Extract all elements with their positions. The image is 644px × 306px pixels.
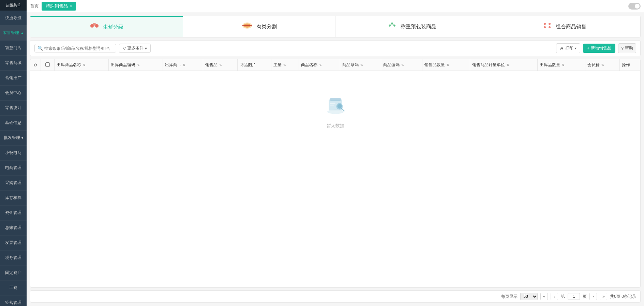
sidebar-item-label: 会员中心 — [5, 90, 21, 96]
fresh-grade-icon — [89, 21, 100, 32]
sidebar-item-ecomm-mgmt[interactable]: 电商管理 — [0, 160, 27, 175]
sort-icon: ⇅ — [360, 63, 363, 67]
sidebar-item-retail-mall[interactable]: 零售商城 — [0, 56, 27, 71]
toggle-button[interactable] — [628, 3, 641, 10]
sidebar-item-quick-nav[interactable]: 快捷导航 — [0, 11, 27, 26]
table-wrapper: ⚙ 出库商品名称 ⇅ 出库商品编码 ⇅ — [30, 59, 641, 288]
col-label: 会员价 — [587, 62, 600, 67]
search-input[interactable] — [44, 46, 113, 51]
sidebar-item-wholesale-mgmt[interactable]: 批发管理 ▾ — [0, 131, 27, 146]
chevron-icon: ▾ — [21, 136, 23, 140]
sidebar-item-invoice-mgmt[interactable]: 发票管理 — [0, 235, 27, 250]
sidebar-item-mini-ecomm[interactable]: 小畅电商 — [0, 146, 27, 160]
svg-point-19 — [337, 104, 342, 109]
sidebar-item-tax-mgmt[interactable]: 税务管理 — [0, 250, 27, 265]
sidebar-item-general-ledger[interactable]: 总账管理 — [0, 220, 27, 235]
empty-text: 暂无数据 — [327, 123, 344, 129]
print-icon: 🖨 — [560, 46, 564, 51]
last-page-button[interactable]: » — [600, 293, 607, 300]
sidebar-item-label: 零售统计 — [5, 105, 21, 111]
svg-point-12 — [549, 23, 551, 25]
col-goods-name[interactable]: 商品名称 ⇅ — [299, 59, 340, 71]
home-breadcrumb[interactable]: 首页 — [30, 3, 39, 9]
empty-state: 暂无数据 — [30, 71, 640, 149]
col-goods-image[interactable]: 商品图片 — [237, 59, 271, 71]
sidebar-item-label: 零售管理 — [3, 30, 19, 36]
first-page-button[interactable]: « — [540, 293, 548, 300]
close-tab-icon[interactable]: × — [70, 4, 72, 8]
select-all-checkbox[interactable] — [45, 62, 50, 67]
sort-icon: ⇅ — [601, 63, 604, 67]
sort-icon: ⇅ — [562, 63, 565, 67]
sidebar-item-label: 基础信息 — [5, 120, 21, 126]
per-page-select[interactable]: 50 10 20 100 — [520, 293, 538, 300]
col-main-qty[interactable]: 主量 ⇅ — [271, 59, 299, 71]
sidebar-item-label: 经营管理 — [5, 300, 21, 306]
svg-rect-22 — [330, 105, 334, 105]
col-out-goods-spec[interactable]: 出库商... ⇅ — [163, 59, 203, 71]
help-button[interactable]: ? 帮助 — [618, 43, 636, 53]
filter-button[interactable]: ▽ 更多条件 ▾ — [119, 44, 151, 53]
tab-combo-sale-label: 组合商品销售 — [556, 24, 586, 30]
sort-icon: ⇅ — [401, 63, 404, 67]
sort-icon: ⇅ — [83, 63, 86, 67]
prev-page-button[interactable]: ‹ — [551, 293, 558, 300]
print-button[interactable]: 🖨 打印 ▾ — [556, 43, 580, 53]
col-operation: 操作 — [619, 59, 640, 71]
sidebar-item-retail-mgmt[interactable]: 零售管理 ▲ — [0, 26, 27, 41]
tab-weigh-pack[interactable]: 称重预包装商品 — [335, 16, 488, 37]
sidebar-item-label: 税务管理 — [5, 255, 21, 261]
col-label: 商品图片 — [240, 62, 256, 67]
tab-combo-sale[interactable]: 组合商品销售 — [488, 16, 641, 37]
col-sale-qty[interactable]: 销售品数量 ⇅ — [422, 59, 470, 71]
sidebar-item-label: 采购管理 — [5, 180, 21, 186]
page-input[interactable] — [568, 293, 580, 300]
sidebar-item-sales-promo[interactable]: 营销推广 — [0, 71, 27, 86]
col-label: 出库商品名称 — [57, 62, 81, 67]
sidebar: 超级菜单 快捷导航 零售管理 ▲ 智慧门店 零售商城 营销推广 会员中心 零售统… — [0, 0, 27, 306]
sidebar-item-label: 固定资产 — [5, 270, 21, 276]
col-sale-goods[interactable]: 销售品 ⇅ — [203, 59, 237, 71]
col-out-qty[interactable]: 出库品数量 ⇅ — [537, 59, 585, 71]
sidebar-item-member-center[interactable]: 会员中心 — [0, 86, 27, 101]
table-scroll-area[interactable]: ⚙ 出库商品名称 ⇅ 出库商品编码 ⇅ — [30, 59, 640, 287]
total-label: 共0页 0条记录 — [610, 294, 636, 300]
tab-fresh-grade[interactable]: 生鲜分级 — [30, 16, 183, 37]
help-label: 帮助 — [625, 45, 633, 51]
sidebar-item-label: 总账管理 — [5, 225, 21, 231]
settings-icon: ⚙ — [33, 63, 37, 67]
weigh-pack-icon — [387, 21, 397, 32]
col-label: 出库品数量 — [540, 62, 560, 67]
sidebar-item-retail-stats[interactable]: 零售统计 — [0, 101, 27, 116]
combo-sale-icon — [542, 21, 552, 32]
sidebar-item-smart-store[interactable]: 智慧门店 — [0, 41, 27, 56]
active-tab[interactable]: 特殊销售品 × — [42, 2, 76, 11]
tab-meat-split[interactable]: 肉类分割 — [183, 16, 336, 37]
empty-illustration — [322, 91, 349, 119]
col-goods-barcode[interactable]: 商品条码 ⇅ — [340, 59, 381, 71]
sidebar-item-capital-mgmt[interactable]: 资金管理 — [0, 205, 27, 220]
col-sale-unit[interactable]: 销售商品计量单位 ⇅ — [470, 59, 537, 71]
help-icon: ? — [621, 46, 624, 51]
col-checkbox[interactable] — [41, 59, 54, 71]
filter-label: 更多条件 — [127, 45, 144, 51]
col-member-price[interactable]: 会员价 ⇅ — [585, 59, 619, 71]
add-button[interactable]: + 新增销售品 — [583, 44, 615, 53]
app-logo: 超级菜单 — [0, 0, 27, 11]
sidebar-item-inventory[interactable]: 库存核算 — [0, 190, 27, 205]
sort-icon: ⇅ — [183, 63, 185, 67]
next-page-button[interactable]: › — [589, 293, 597, 300]
col-goods-code[interactable]: 商品编码 ⇅ — [381, 59, 422, 71]
sidebar-item-fixed-assets[interactable]: 固定资产 — [0, 265, 27, 280]
col-out-goods-code[interactable]: 出库商品编码 ⇅ — [108, 59, 163, 71]
sidebar-item-ops-mgmt[interactable]: 经营管理 — [0, 295, 27, 306]
col-settings[interactable]: ⚙ — [30, 59, 41, 71]
col-out-goods-name[interactable]: 出库商品名称 ⇅ — [54, 59, 108, 71]
sidebar-item-basic-info[interactable]: 基础信息 — [0, 116, 27, 131]
sidebar-item-labor[interactable]: 工资 — [0, 280, 27, 295]
content-area: 生鲜分级 肉类分割 — [27, 12, 644, 306]
toolbar-right: 🖨 打印 ▾ + 新增销售品 ? 帮助 — [556, 43, 636, 53]
col-label: 销售品数量 — [424, 62, 445, 67]
sidebar-item-purchase-mgmt[interactable]: 采购管理 — [0, 175, 27, 190]
sidebar-item-label: 营销推广 — [5, 75, 21, 81]
